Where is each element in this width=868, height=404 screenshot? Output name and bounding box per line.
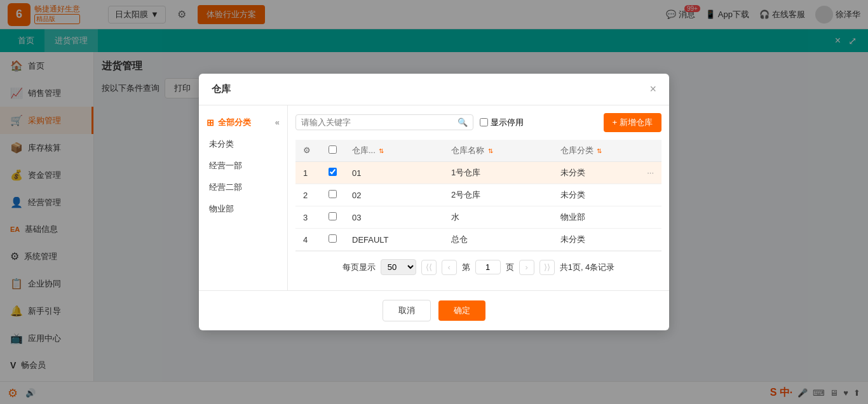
row-name: 总仓 [444, 229, 552, 251]
category-item-dept1[interactable]: 经营一部 [199, 155, 287, 177]
row-index: 1 [295, 161, 321, 184]
warehouse-modal: 仓库 × ⊞ 全部分类 « 未分类 经营一部 经营二部 物业部 [199, 74, 669, 331]
row-checkbox[interactable] [329, 234, 337, 243]
prev-page-button[interactable]: ‹ [442, 260, 457, 275]
pagination: 每页显示 50 100 ⟨⟨ ‹ 第 页 › ⟩⟩ 共1页, 4条记录 [295, 251, 661, 283]
confirm-button[interactable]: 确定 [438, 300, 485, 321]
row-checkbox[interactable] [329, 190, 337, 198]
row-index: 2 [295, 184, 321, 206]
search-input[interactable] [301, 118, 458, 127]
row-code: 01 [344, 161, 444, 184]
page-size-select[interactable]: 50 100 [381, 259, 416, 275]
modal-close-button[interactable]: × [649, 83, 656, 96]
sort-code-icon: ⇅ [379, 147, 384, 154]
modal-footer: 取消 确定 [199, 290, 669, 330]
grid-icon: ⊞ [207, 118, 214, 128]
col-settings: ⚙ [295, 140, 321, 162]
row-checkbox-cell [321, 206, 344, 229]
row-checkbox[interactable] [329, 212, 337, 220]
select-all-checkbox[interactable] [329, 145, 337, 154]
col-name: 仓库名称 ⇅ [444, 140, 552, 162]
row-checkbox[interactable] [329, 168, 337, 176]
row-code: 02 [344, 184, 444, 206]
row-category: 未分类 [553, 184, 661, 206]
add-warehouse-button[interactable]: + 新增仓库 [604, 113, 662, 132]
col-checkbox [321, 140, 344, 162]
row-category: 未分类 ··· [553, 162, 661, 184]
cancel-button[interactable]: 取消 [383, 300, 431, 321]
collapse-icon[interactable]: « [275, 118, 280, 127]
row-name: 水 [444, 206, 552, 229]
modal-body: ⊞ 全部分类 « 未分类 经营一部 经营二部 物业部 🔍 [199, 105, 669, 291]
row-checkbox-cell [321, 184, 344, 206]
table-row[interactable]: 1 01 1号仓库 未分类 ··· [295, 161, 661, 184]
category-sidebar: ⊞ 全部分类 « 未分类 经营一部 经营二部 物业部 [199, 105, 288, 291]
modal-overlay: 仓库 × ⊞ 全部分类 « 未分类 经营一部 经营二部 物业部 [0, 0, 868, 404]
row-code: DEFAULT [344, 229, 444, 251]
table-row[interactable]: 3 03 水 物业部 [295, 206, 661, 229]
col-code: 仓库... ⇅ [344, 140, 444, 162]
last-page-button[interactable]: ⟩⟩ [539, 260, 555, 275]
category-item-dept2[interactable]: 经营二部 [199, 177, 287, 198]
table-row[interactable]: 2 02 2号仓库 未分类 [295, 184, 661, 206]
search-box: 🔍 [295, 114, 473, 130]
row-index: 4 [295, 229, 321, 251]
modal-title: 仓库 [212, 83, 231, 95]
row-checkbox-cell [321, 161, 344, 184]
modal-header: 仓库 × [199, 74, 669, 105]
show-disabled-input[interactable] [480, 118, 488, 126]
row-actions-icon[interactable]: ··· [647, 168, 654, 177]
row-index: 3 [295, 206, 321, 229]
modal-toolbar: 🔍 显示停用 + 新增仓库 [295, 113, 661, 132]
sort-name-icon: ⇅ [488, 147, 493, 154]
category-header[interactable]: ⊞ 全部分类 « [199, 112, 287, 133]
table-container: ⚙ 仓库... ⇅ 仓库名称 ⇅ [295, 140, 661, 252]
category-item-property[interactable]: 物业部 [199, 198, 287, 220]
row-code: 03 [344, 206, 444, 229]
row-checkbox-cell [321, 229, 344, 251]
col-category: 仓库分类 ⇅ [553, 140, 661, 162]
row-category: 物业部 [553, 206, 661, 229]
sort-category-icon: ⇅ [597, 147, 602, 154]
category-item-unclassified[interactable]: 未分类 [199, 133, 287, 155]
next-page-button[interactable]: › [519, 260, 534, 275]
row-name: 1号仓库 [444, 161, 552, 184]
page-number-input[interactable] [475, 260, 501, 274]
modal-main: 🔍 显示停用 + 新增仓库 ⚙ [288, 105, 669, 291]
table-row[interactable]: 4 DEFAULT 总仓 未分类 [295, 229, 661, 251]
first-page-button[interactable]: ⟨⟨ [421, 260, 437, 275]
search-icon[interactable]: 🔍 [458, 118, 468, 127]
row-name: 2号仓库 [444, 184, 552, 206]
warehouse-table: ⚙ 仓库... ⇅ 仓库名称 ⇅ [295, 140, 661, 252]
show-disabled-checkbox[interactable]: 显示停用 [480, 117, 524, 128]
row-category: 未分类 [553, 229, 661, 251]
